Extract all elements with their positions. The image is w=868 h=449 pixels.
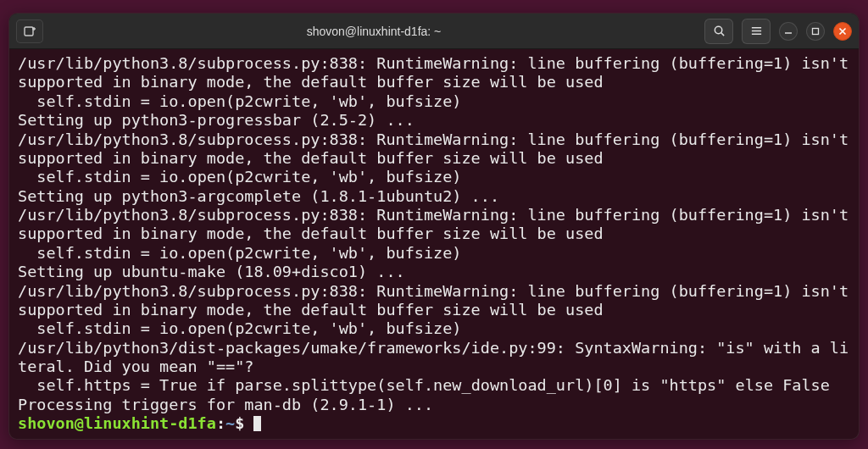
menu-button[interactable] [742,19,771,44]
terminal-line: Setting up ubuntu-make (18.09+disco1) ..… [18,263,405,280]
prompt-path: ~ [225,414,235,432]
terminal-output[interactable]: /usr/lib/python3.8/subprocess.py:838: Ru… [9,49,859,439]
close-button[interactable] [833,22,852,41]
cursor [253,416,261,431]
terminal-line: /usr/lib/python3.8/subprocess.py:838: Ru… [18,130,858,167]
terminal-line: self.stdin = io.open(p2cwrite, 'wb', buf… [18,92,462,110]
minimize-button[interactable] [779,22,798,41]
svg-line-4 [721,33,723,36]
maximize-icon [811,27,820,36]
terminal-line: self.stdin = io.open(p2cwrite, 'wb', buf… [18,168,462,186]
close-icon [838,27,847,36]
titlebar-right-controls [704,19,852,44]
terminal-line: self.https = True if parse.splittype(sel… [18,376,830,394]
terminal-line: Setting up python3-argcomplete (1.8.1-1u… [18,187,499,205]
prompt-dollar: $ [235,414,244,432]
terminal-line: self.stdin = io.open(p2cwrite, 'wb', buf… [18,319,462,337]
prompt-colon: : [216,414,225,432]
new-tab-button[interactable] [16,19,43,43]
terminal-line: self.stdin = io.open(p2cwrite, 'wb', buf… [18,244,462,262]
terminal-window: shovon@linuxhint-d1fa: ~ [8,13,860,440]
svg-point-3 [715,26,721,33]
new-tab-icon [23,25,36,38]
terminal-line: /usr/lib/python3.8/subprocess.py:838: Ru… [18,282,858,319]
hamburger-icon [750,25,763,37]
titlebar: shovon@linuxhint-d1fa: ~ [9,14,859,49]
terminal-line: /usr/lib/python3/dist-packages/umake/fra… [18,339,849,375]
search-icon [713,25,726,37]
terminal-line: Setting up python3-progressbar (2.5-2) .… [18,111,415,129]
prompt-user-host: shovon@linuxhint-d1fa [18,414,216,432]
window-title: shovon@linuxhint-d1fa: ~ [48,25,699,38]
terminal-line: /usr/lib/python3.8/subprocess.py:838: Ru… [18,54,858,91]
minimize-icon [784,27,793,36]
maximize-button[interactable] [806,22,825,41]
terminal-line: Processing triggers for man-db (2.9.1-1)… [18,396,433,413]
svg-rect-9 [813,28,819,34]
search-button[interactable] [704,19,733,44]
svg-rect-0 [25,27,33,36]
terminal-line: /usr/lib/python3.8/subprocess.py:838: Ru… [18,206,858,242]
